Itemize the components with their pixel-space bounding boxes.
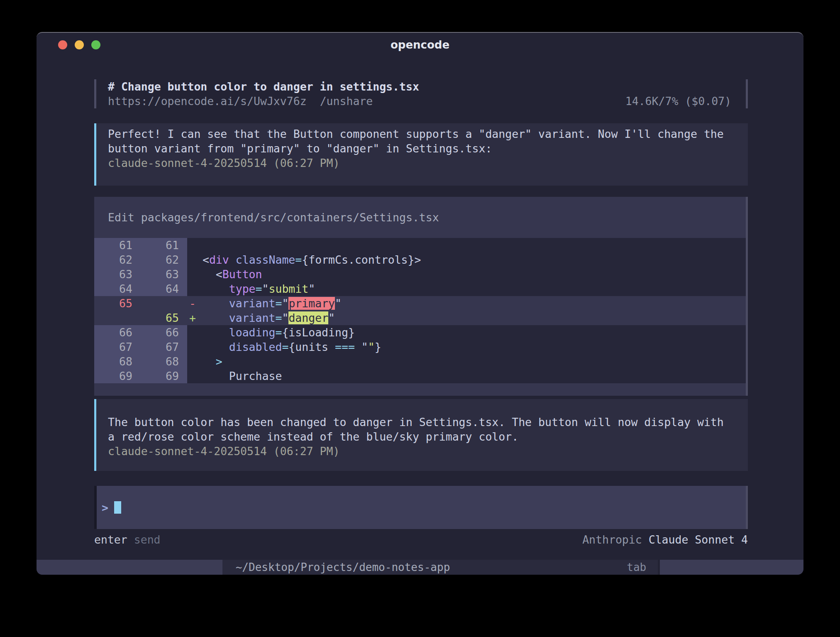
titlebar: opencode xyxy=(37,33,803,57)
diff-old-lineno: 65 xyxy=(94,296,141,311)
diff-code-line: - variant="primary" xyxy=(187,296,746,311)
assistant-message: Perfect! I can see that the Button compo… xyxy=(94,123,748,186)
diff-new-lineno: 63 xyxy=(141,267,187,282)
diff-code-line: + variant="danger" xyxy=(187,311,746,325)
diff-new-lineno: 66 xyxy=(141,325,187,340)
diff-code-line: type="submit" xyxy=(187,282,746,296)
diff-old-lineno: 69 xyxy=(94,369,141,383)
statusbar-spacer xyxy=(450,560,627,575)
diff-row: 6363 <Button xyxy=(94,267,746,282)
working-directory: ~/Desktop/Projects/demo-notes-app xyxy=(222,560,450,575)
zoom-button[interactable] xyxy=(91,40,100,49)
diff-code-line: loading={isLoading} xyxy=(187,325,746,340)
diff-row: 6464 type="submit" xyxy=(94,282,746,296)
screen: opencode # Change button color to danger… xyxy=(0,0,840,637)
diff-code-line: <Button xyxy=(187,267,746,282)
diff-row: 65- variant="primary" xyxy=(94,296,746,311)
enter-key-hint: enter xyxy=(94,533,127,546)
opencode-window: opencode # Change button color to danger… xyxy=(37,32,803,575)
prompt-chevron: > xyxy=(102,500,108,515)
model-indicator: Anthropic Claude Sonnet 4 xyxy=(582,532,748,547)
diff-old-lineno: 64 xyxy=(94,282,141,296)
diff-old-lineno: 67 xyxy=(94,340,141,354)
diff-old-lineno: 66 xyxy=(94,325,141,340)
diff-old-lineno: 61 xyxy=(94,238,141,252)
send-action-label: send xyxy=(127,533,161,546)
share-url-link[interactable]: https://opencode.ai/s/UwJxv76z xyxy=(108,94,307,108)
session-header: # Change button color to danger in setti… xyxy=(94,79,748,108)
traffic-lights xyxy=(58,40,100,49)
diff-row: 6868 > xyxy=(94,354,746,369)
message-model-timestamp: claude-sonnet-4-20250514 (06:27 PM) xyxy=(108,156,736,170)
app-version-chip: opencode v0.3.11 xyxy=(37,560,222,575)
message-text-line: The button color has been changed to dan… xyxy=(108,415,736,429)
window-title: opencode xyxy=(391,39,449,51)
session-subheader: https://opencode.ai/s/UwJxv76z /unshare … xyxy=(108,94,731,108)
diff-rows: 61616262 <div className={formCs.controls… xyxy=(94,238,746,383)
diff-code-line: Purchase xyxy=(187,369,746,383)
diff-row: 6262 <div className={formCs.controls}> xyxy=(94,252,746,267)
unshare-command[interactable]: /unshare xyxy=(320,94,373,108)
diff-old-lineno xyxy=(94,311,141,325)
diff-row: 6161 xyxy=(94,238,746,252)
diff-code-line: <div className={formCs.controls}> xyxy=(187,252,746,267)
send-hint: enter send xyxy=(94,532,161,547)
diff-new-lineno: 67 xyxy=(141,340,187,354)
diff-row: 6969 Purchase xyxy=(94,369,746,383)
context-usage-stats: 14.6K/7% ($0.07) xyxy=(625,94,731,108)
diff-new-lineno: 64 xyxy=(141,282,187,296)
edit-tool-title: Edit packages/frontend/src/containers/Se… xyxy=(94,197,746,238)
diff-new-lineno: 65 xyxy=(141,311,187,325)
diff-new-lineno xyxy=(141,296,187,311)
text-cursor xyxy=(114,501,121,514)
session-title: # Change button color to danger in setti… xyxy=(108,79,731,94)
message-text-line: a red/rose color scheme instead of the b… xyxy=(108,429,736,444)
diff-old-lineno: 68 xyxy=(94,354,141,369)
diff-code-line: disabled={units === ""} xyxy=(187,340,746,354)
message-text-line: button variant from "primary" to "danger… xyxy=(108,141,736,156)
diff-new-lineno: 69 xyxy=(141,369,187,383)
diff-old-lineno: 62 xyxy=(94,252,141,267)
edit-tool-card: Edit packages/frontend/src/containers/Se… xyxy=(94,197,748,396)
diff-row: 6666 loading={isLoading} xyxy=(94,325,746,340)
diff-new-lineno: 68 xyxy=(141,354,187,369)
tab-key-hint: tab xyxy=(627,560,658,575)
diff-code-line xyxy=(187,238,746,252)
message-model-timestamp: claude-sonnet-4-20250514 (06:27 PM) xyxy=(108,444,736,458)
minimize-button[interactable] xyxy=(75,40,84,49)
prompt-input[interactable]: > xyxy=(94,486,748,529)
diff-row: 65+ variant="danger" xyxy=(94,311,746,325)
assistant-message: The button color has been changed to dan… xyxy=(94,399,748,471)
model-label: Claude Sonnet 4 xyxy=(642,533,748,546)
status-bar: opencode v0.3.11 ~/Desktop/Projects/demo… xyxy=(37,560,803,575)
hint-row: enter send Anthropic Claude Sonnet 4 xyxy=(94,532,748,547)
diff-new-lineno: 62 xyxy=(141,252,187,267)
diff-row: 6767 disabled={units === ""} xyxy=(94,340,746,354)
mode-chip[interactable]: BUILD MODE xyxy=(660,560,803,575)
close-button[interactable] xyxy=(58,40,67,49)
provider-label: Anthropic xyxy=(582,533,642,546)
message-text-line: Perfect! I can see that the Button compo… xyxy=(108,127,736,141)
diff-old-lineno: 63 xyxy=(94,267,141,282)
diff-code-line: > xyxy=(187,354,746,369)
diff-new-lineno: 61 xyxy=(141,238,187,252)
